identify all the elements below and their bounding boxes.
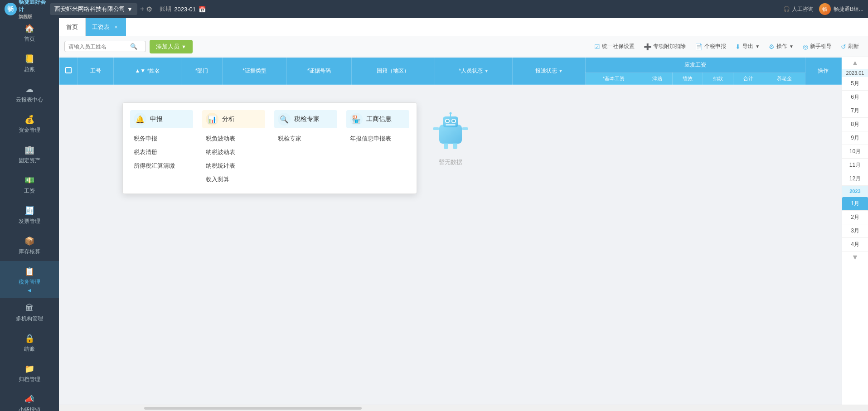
svg-rect-1 xyxy=(443,116,458,127)
svg-rect-11 xyxy=(444,143,448,149)
close-icon[interactable]: × xyxy=(112,24,120,31)
refresh-label: 刷新 xyxy=(848,43,859,50)
sidebar-item-assets[interactable]: 🏢 固定资产 xyxy=(0,140,59,170)
section-header-shuijian: 🔍 税检专家 xyxy=(274,110,337,128)
social-insurance-button[interactable]: ☑ 统一社保设置 xyxy=(591,40,638,53)
th-employee-id: 工号 xyxy=(78,58,114,85)
sidebar-item-marketing[interactable]: 📣 小畅报销 xyxy=(0,389,59,411)
section-title-gongshang: 工商信息 xyxy=(366,115,392,123)
social-icon: ☑ xyxy=(594,43,600,50)
period-value: 2023-01 xyxy=(174,6,196,13)
th-checkbox[interactable] xyxy=(59,58,78,85)
settings-icon-button[interactable]: ⚙ xyxy=(146,5,152,14)
user-name: 畅捷通B组... xyxy=(834,5,863,13)
svg-rect-6 xyxy=(446,124,456,126)
calendar-icon[interactable]: 📅 xyxy=(199,6,206,13)
logo-icon: 畅 xyxy=(5,3,17,15)
sidebar-item-salary[interactable]: 💵 工资 xyxy=(0,170,59,200)
cal-month-4[interactable]: 4月 xyxy=(842,238,868,251)
search-icon[interactable]: 🔍 xyxy=(130,43,137,50)
svg-point-8 xyxy=(449,112,451,115)
th-name[interactable]: ▲▼ *姓名 xyxy=(114,58,181,85)
menu-item-income-tax[interactable]: 所得税汇算清缴 xyxy=(130,159,193,173)
sidebar-item-invoice[interactable]: 🧾 发票管理 xyxy=(0,200,59,231)
special-icon: ➕ xyxy=(644,43,651,50)
menu-item-tax-wave[interactable]: 纳税波动表 xyxy=(202,145,265,159)
sidebar-item-close-accounts[interactable]: 🔒 结账 xyxy=(0,328,59,358)
tax-declare-button[interactable]: 📄 个税申报 xyxy=(691,40,730,53)
dropdown-section-shenbo: 🔔 申报 税务申报 税表清册 所得税汇算清缴 xyxy=(130,110,193,186)
cal-month-1[interactable]: 1月 xyxy=(842,197,868,211)
shenbo-icon: 🔔 xyxy=(134,113,146,126)
toolbar: 🔍 添加人员 ▼ ☑ 统一社保设置 ➕ 专项附加扣除 📄 个税申报 xyxy=(59,36,868,57)
sidebar-item-fund[interactable]: 💰 资金管理 xyxy=(0,109,59,140)
th-base-salary: *基本工资 xyxy=(586,73,642,85)
sidebar-label-assets: 固定资产 xyxy=(19,157,40,164)
cal-month-9[interactable]: 9月 xyxy=(842,131,868,145)
invoice-icon: 🧾 xyxy=(24,206,34,216)
add-person-button[interactable]: 添加人员 ▼ xyxy=(150,40,193,53)
sidebar-item-archive[interactable]: 📁 归档管理 xyxy=(0,358,59,389)
menu-item-tax-declare[interactable]: 税务申报 xyxy=(130,132,193,145)
ai-service-button[interactable]: 🎧 人工咨询 xyxy=(783,5,814,13)
special-label: 专项附加扣除 xyxy=(653,43,686,50)
sidebar-label-fund: 资金管理 xyxy=(19,126,40,134)
menu-item-annual-report[interactable]: 年报信息申报表 xyxy=(346,132,409,145)
tab-home[interactable]: 首页 xyxy=(59,18,86,36)
cal-month-10[interactable]: 10月 xyxy=(842,145,868,159)
cal-month-12[interactable]: 12月 xyxy=(842,172,868,186)
select-all-checkbox[interactable] xyxy=(65,67,72,73)
company-selector[interactable]: 西安虾米网络科技有限公司 ▼ xyxy=(50,3,137,15)
status-filter-icon[interactable]: ▼ xyxy=(484,68,489,73)
headset-icon: 🎧 xyxy=(783,6,790,12)
sidebar-label-cloud: 云报表中心 xyxy=(16,96,43,104)
sidebar-item-ledger[interactable]: 📒 总账 xyxy=(0,48,59,79)
tab-salary[interactable]: 工资表 × xyxy=(86,18,126,36)
dropdown-section-shuijian: 🔍 税检专家 税检专家 xyxy=(274,110,337,186)
cal-nav-down[interactable]: ▼ xyxy=(842,251,868,263)
sidebar-item-cloud[interactable]: ☁ 云报表中心 xyxy=(0,79,59,109)
user-info[interactable]: 畅 畅捷通B组... xyxy=(819,3,863,15)
cal-month-6[interactable]: 6月 xyxy=(842,91,868,104)
cal-month-11[interactable]: 11月 xyxy=(842,159,868,172)
app-logo: 畅 畅捷通好会计 旗舰版 xyxy=(5,0,50,20)
section-title-shuijian: 税检专家 xyxy=(294,115,320,123)
tax-declare-icon: 📄 xyxy=(695,43,703,50)
cal-month-7[interactable]: 7月 xyxy=(842,104,868,118)
cal-nav-up[interactable]: ▲ xyxy=(842,57,868,69)
guide-button[interactable]: ◎ 新手引导 xyxy=(799,40,835,53)
cal-month-5[interactable]: 5月 xyxy=(842,77,868,91)
horizontal-scrollbar[interactable] xyxy=(59,405,868,411)
section-title-fenxi: 分析 xyxy=(222,115,235,123)
refresh-icon: ↺ xyxy=(841,43,846,50)
sidebar-item-home[interactable]: 🏠 首页 xyxy=(0,18,59,48)
menu-item-tax-expert[interactable]: 税检专家 xyxy=(274,132,337,145)
scroll-thumb[interactable] xyxy=(144,407,362,410)
sidebar-item-tax[interactable]: 📋 税务管理 ◀ xyxy=(0,261,59,298)
add-company-button[interactable]: + xyxy=(140,5,144,13)
tab-close-button[interactable]: × xyxy=(112,24,120,31)
fenxi-icon: 📊 xyxy=(206,113,218,126)
refresh-button[interactable]: ↺ 刷新 xyxy=(837,40,863,53)
cal-month-3[interactable]: 3月 xyxy=(842,224,868,238)
cal-month-8[interactable]: 8月 xyxy=(842,118,868,131)
empty-robot-icon xyxy=(430,112,471,153)
th-status: *人员状态 ▼ xyxy=(435,58,513,85)
menu-item-income-forecast[interactable]: 收入测算 xyxy=(202,173,265,186)
special-deduction-button[interactable]: ➕ 专项附加扣除 xyxy=(640,40,689,53)
sidebar-label-close-accounts: 结账 xyxy=(24,345,35,353)
cal-month-2[interactable]: 2月 xyxy=(842,211,868,224)
export-button[interactable]: ⬇ 导出 ▼ xyxy=(732,40,763,53)
th-pension: 养老金 xyxy=(764,73,805,85)
menu-item-tax-stats[interactable]: 纳税统计表 xyxy=(202,159,265,173)
sidebar-item-inventory[interactable]: 📦 库存核算 xyxy=(0,231,59,261)
send-filter-icon[interactable]: ▼ xyxy=(558,68,563,73)
search-input[interactable] xyxy=(68,44,127,50)
sidebar-item-multi[interactable]: 🏛 多机构管理 xyxy=(0,298,59,328)
toolbar-actions: ☑ 统一社保设置 ➕ 专项附加扣除 📄 个税申报 ⬇ 导出 ▼ ⚙ xyxy=(591,40,863,53)
menu-item-tax-fluctuation[interactable]: 税负波动表 xyxy=(202,132,265,145)
company-dropdown-icon: ▼ xyxy=(127,6,133,13)
menu-item-tax-table[interactable]: 税表清册 xyxy=(130,145,193,159)
assets-icon: 🏢 xyxy=(24,145,34,155)
operate-button[interactable]: ⚙ 操作 ▼ xyxy=(765,40,797,53)
